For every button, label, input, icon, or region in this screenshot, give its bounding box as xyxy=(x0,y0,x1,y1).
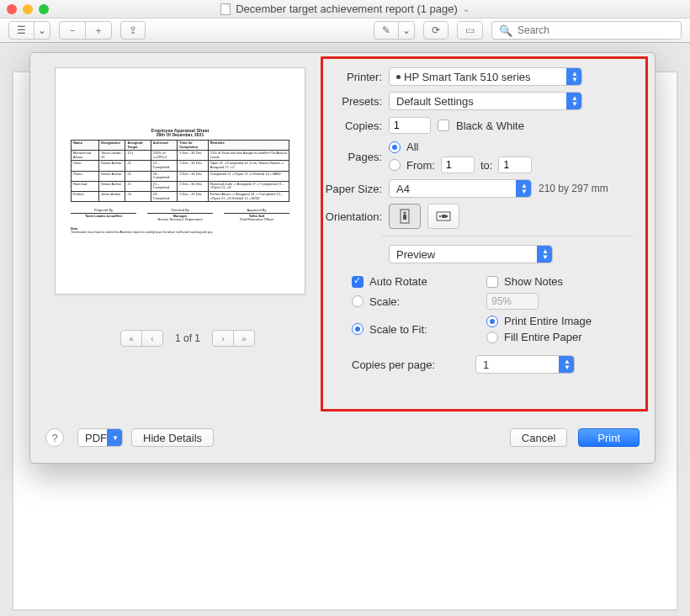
dialog-footer: ? PDF ▼ Hide Details Cancel Print xyxy=(30,416,655,463)
print-entire-radio[interactable] xyxy=(486,316,498,327)
page-counter: 1 of 1 xyxy=(175,332,200,344)
document-icon xyxy=(220,3,231,15)
auto-rotate-label: Auto Rotate xyxy=(369,275,427,288)
cancel-button[interactable]: Cancel xyxy=(510,428,567,447)
show-notes-checkbox[interactable] xyxy=(486,276,498,288)
pages-to-input[interactable] xyxy=(498,157,532,173)
search-icon: 🔍 xyxy=(499,24,512,37)
pages-all-radio[interactable] xyxy=(389,141,401,153)
printer-label: Printer: xyxy=(323,71,389,83)
bw-label: Black & White xyxy=(456,119,524,132)
prev-page-button[interactable]: ‹ xyxy=(141,330,163,347)
fill-entire-radio[interactable] xyxy=(486,332,498,343)
preview-document: Employee Appraisal Sheet 29th Of Decembe… xyxy=(71,128,289,234)
pages-from-label: From: xyxy=(406,159,435,172)
bw-checkbox[interactable] xyxy=(438,119,449,131)
search-field[interactable]: 🔍 xyxy=(491,21,682,40)
papersize-label: Paper Size: xyxy=(323,183,389,195)
orientation-portrait-button[interactable] xyxy=(389,204,421,229)
titlebar: December target achievement report (1 pa… xyxy=(0,0,690,19)
markup-button[interactable]: ✎ xyxy=(374,21,399,40)
section-select[interactable]: Preview ▲▼ xyxy=(389,245,553,263)
copies-label: Copies: xyxy=(323,119,389,132)
zoom-out-button[interactable]: － xyxy=(59,21,86,40)
scale-label: Scale: xyxy=(369,295,400,308)
window-title: December target achievement report (1 pa… xyxy=(236,3,458,15)
last-page-button[interactable]: » xyxy=(233,330,255,347)
rotate-button[interactable]: ⟳ xyxy=(423,21,448,40)
scale-input xyxy=(486,293,539,310)
search-input[interactable] xyxy=(518,24,674,36)
pdf-menu[interactable]: PDF ▼ xyxy=(77,428,123,447)
share-button[interactable]: ⇪ xyxy=(120,21,146,40)
help-button[interactable]: ? xyxy=(45,428,64,447)
show-notes-label: Show Notes xyxy=(504,275,563,288)
scale-radio[interactable] xyxy=(352,295,364,307)
markup-menu-button[interactable]: ⌄ xyxy=(398,21,415,40)
presets-label: Presets: xyxy=(323,95,389,108)
sidebar-menu-button[interactable]: ⌄ xyxy=(34,21,50,40)
orientation-landscape-button[interactable] xyxy=(427,204,459,229)
svg-point-4 xyxy=(439,215,441,217)
sidebar-toggle-button[interactable]: ☰ xyxy=(8,21,34,40)
papersize-value: A4 xyxy=(396,183,410,195)
scale-fit-radio[interactable] xyxy=(352,323,364,335)
close-window-icon[interactable] xyxy=(7,4,17,14)
section-value: Preview xyxy=(396,248,435,261)
doc-subheading: 29th Of December, 2021 xyxy=(71,133,289,138)
print-button[interactable]: Print xyxy=(578,428,640,447)
svg-rect-5 xyxy=(442,215,446,218)
printer-status-icon xyxy=(396,75,401,79)
title-chevron-icon[interactable]: ⌄ xyxy=(463,4,470,13)
pages-to-label: to: xyxy=(480,159,492,172)
cpp-select[interactable]: 1 ▲▼ xyxy=(475,355,575,374)
papersize-select[interactable]: A4 ▲▼ xyxy=(389,179,532,198)
minimize-window-icon[interactable] xyxy=(23,4,33,14)
pages-from-radio[interactable] xyxy=(389,159,401,171)
paper-dimensions: 210 by 297 mm xyxy=(539,183,608,194)
pages-all-label: All xyxy=(406,141,418,153)
next-page-button[interactable]: › xyxy=(212,330,234,347)
orientation-label: Orientation: xyxy=(323,210,389,223)
print-entire-label: Print Entire Image xyxy=(504,315,592,327)
preview-pane: Employee Appraisal Sheet 29th Of Decembe… xyxy=(30,53,321,412)
printer-select[interactable]: HP Smart Tank 510 series ▲▼ xyxy=(389,67,582,86)
pdf-label: PDF xyxy=(85,432,107,444)
crop-button[interactable]: ▭ xyxy=(457,21,483,40)
scale-fit-label: Scale to Fit: xyxy=(369,323,427,336)
doc-table: Name Designation Assigned Target Achieve… xyxy=(71,140,289,202)
zoom-window-icon[interactable] xyxy=(39,4,49,14)
auto-rotate-checkbox[interactable] xyxy=(352,276,364,288)
svg-rect-2 xyxy=(403,215,406,220)
svg-point-1 xyxy=(404,212,406,215)
presets-select[interactable]: Default Settings ▲▼ xyxy=(389,92,582,110)
person-landscape-icon xyxy=(436,211,451,221)
toolbar: ☰ ⌄ － ＋ ⇪ ✎ ⌄ ⟳ ▭ 🔍 xyxy=(0,19,690,43)
preview-page: Employee Appraisal Sheet 29th Of Decembe… xyxy=(55,67,305,295)
person-portrait-icon xyxy=(400,209,410,224)
presets-value: Default Settings xyxy=(396,95,474,108)
printer-value: HP Smart Tank 510 series xyxy=(404,71,531,83)
pages-label: Pages: xyxy=(323,151,389,163)
print-dialog: Employee Appraisal Sheet 29th Of Decembe… xyxy=(29,52,656,464)
cpp-value: 1 xyxy=(483,358,489,371)
first-page-button[interactable]: « xyxy=(120,330,142,347)
pages-from-input[interactable] xyxy=(441,157,475,173)
copies-input[interactable] xyxy=(389,117,431,134)
hide-details-button[interactable]: Hide Details xyxy=(131,428,214,447)
window-controls xyxy=(7,4,49,14)
fill-entire-label: Fill Entire Paper xyxy=(504,331,581,343)
workspace: Employee Appraisal Sheet 29th Of Decembe… xyxy=(0,43,690,616)
zoom-in-button[interactable]: ＋ xyxy=(85,21,112,40)
print-options-panel: Printer: HP Smart Tank 510 series ▲▼ Pre… xyxy=(321,56,648,412)
cpp-label: Copies per page: xyxy=(352,358,435,371)
